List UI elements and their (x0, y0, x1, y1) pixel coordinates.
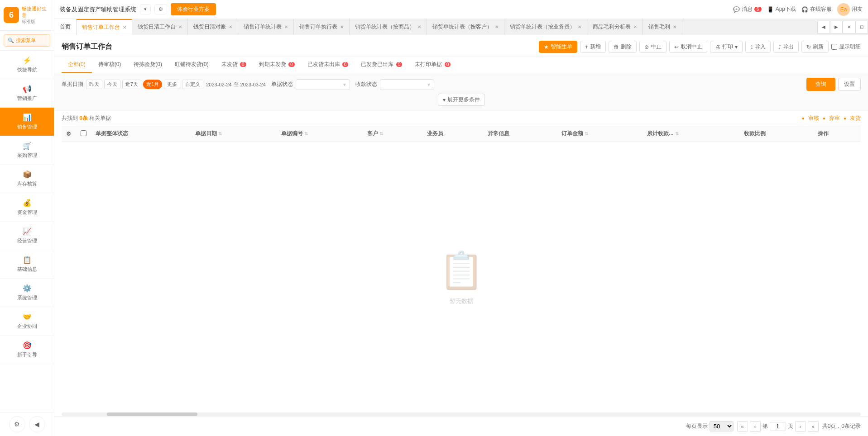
filter-tab-pending-check[interactable]: 待拣验货(0) (127, 57, 168, 73)
tab-close-icon[interactable]: ✕ (495, 24, 499, 29)
cancel-stop-button[interactable]: ↩ 取消中止 (669, 41, 707, 53)
sidebar-item-finance[interactable]: 💰 资金管理 (0, 193, 54, 222)
sidebar-item-purchase[interactable]: 🛒 采购管理 (0, 136, 54, 165)
settings-bottom-button[interactable]: ⚙ (9, 416, 25, 432)
date-today-btn[interactable]: 今天 (104, 80, 120, 89)
refresh-button[interactable]: ↻ 刷新 (801, 41, 829, 53)
query-button[interactable]: 查询 (806, 78, 835, 91)
tab-sales-profit[interactable]: 销售毛利 ✕ (643, 19, 682, 35)
tab-sales-stats[interactable]: 销售订单统计表 ✕ (238, 19, 294, 35)
app-download[interactable]: 📱 App下载 (767, 5, 796, 13)
sidebar-item-operation[interactable]: 📈 经营管理 (0, 222, 54, 250)
online-service[interactable]: 🎧 在线客服 (801, 5, 832, 13)
print-button[interactable]: 🖨 打印 ▾ (710, 41, 743, 53)
filter-tab-wangpu[interactable]: 旺铺待发货(0) (168, 57, 215, 73)
unreviewed-link[interactable]: 弃审 (829, 114, 840, 122)
date-7days-btn[interactable]: 近7天 (122, 80, 141, 89)
dropdown-button[interactable]: ▾ (140, 4, 151, 14)
tab-close-icon[interactable]: ✕ (229, 24, 232, 29)
tab-close-icon[interactable]: ✕ (284, 24, 288, 29)
sort-received-icon[interactable]: ⇅ (675, 131, 679, 136)
unshipped-badge: 0 (240, 62, 246, 67)
tab-goods-stats-product[interactable]: 销货单统计表（按商品） ✕ (350, 19, 427, 35)
payment-select[interactable]: ▾ (380, 79, 434, 90)
tab-cash-daily[interactable]: 钱货日清工作台 ✕ (132, 19, 188, 35)
filter-tab-shipped-out[interactable]: 已发货已出库 0 (355, 57, 408, 73)
unprinted-badge: 0 (445, 62, 451, 67)
export-button[interactable]: ⤴ 导出 (773, 41, 799, 53)
add-button[interactable]: + 新增 (580, 41, 606, 53)
sidebar-item-marketing[interactable]: 📢 营销推广 (0, 79, 54, 108)
tab-expand-button[interactable]: ⊡ (855, 21, 868, 33)
expand-conditions-button[interactable]: ▾ 展开更多条件 (438, 94, 485, 106)
tab-close-icon[interactable]: ✕ (578, 24, 581, 29)
date-more-btn[interactable]: 更多 (164, 80, 180, 89)
tab-close-icon[interactable]: ✕ (633, 24, 637, 29)
search-action-btns: 查询 设置 (806, 78, 861, 91)
user-profile[interactable]: Ea 用友 (837, 3, 863, 16)
smart-create-button[interactable]: ★ 智能生单 (539, 41, 577, 53)
select-all-checkbox[interactable] (81, 130, 86, 136)
tab-close-icon[interactable]: ✕ (178, 24, 182, 29)
tab-close-icon[interactable]: ✕ (123, 25, 126, 30)
page-number-input[interactable] (770, 422, 786, 431)
tab-close-all-button[interactable]: ✕ (843, 21, 855, 33)
sidebar-item-basic[interactable]: 📋 基础信息 (0, 250, 54, 279)
date-custom-btn[interactable]: 自定义 (182, 80, 203, 89)
show-detail-checkbox[interactable] (831, 44, 837, 50)
tab-next-button[interactable]: ▶ (830, 21, 843, 33)
sort-customer-icon[interactable]: ⇅ (379, 131, 383, 136)
filter-tab-all[interactable]: 全部(0) (62, 57, 92, 73)
status-select[interactable]: ▾ (296, 79, 350, 90)
sidebar-item-enterprise[interactable]: 🤝 企业协同 (0, 307, 54, 336)
setting-button[interactable]: 设置 (838, 78, 861, 91)
sort-date-icon[interactable]: ⇅ (218, 131, 222, 136)
col-operation: 操作 (813, 126, 861, 142)
message-center[interactable]: 💬 消息 6 (733, 5, 762, 13)
ship-link[interactable]: 发货 (850, 114, 861, 122)
prev-page-button[interactable]: ‹ (750, 421, 761, 432)
show-detail-toggle[interactable]: 显示明细 (831, 43, 861, 51)
tab-cash-reconcile[interactable]: 钱货日清对账 ✕ (188, 19, 238, 35)
sidebar-item-guide[interactable]: 🎯 新手引导 (0, 336, 54, 364)
tab-goods-stats-customer[interactable]: 销货单统计表（按客户） ✕ (427, 19, 504, 35)
review-link[interactable]: 审核 (808, 114, 819, 122)
sidebar-item-inventory[interactable]: 📦 库存核算 (0, 165, 54, 193)
sort-number-icon[interactable]: ⇅ (304, 131, 308, 136)
tab-sales-exec[interactable]: 销售订单执行表 ✕ (294, 19, 350, 35)
stop-button[interactable]: ⊘ 中止 (639, 41, 667, 53)
filter-tab-unshipped[interactable]: 未发货 0 (215, 57, 253, 73)
tab-margin-analysis[interactable]: 商品毛利分析表 ✕ (587, 19, 643, 35)
tab-home[interactable]: 首页 (54, 19, 77, 35)
sidebar-item-system[interactable]: ⚙️ 系统管理 (0, 279, 54, 307)
settings-button[interactable]: ⚙ (154, 4, 167, 14)
next-page-button[interactable]: › (795, 421, 806, 432)
date-yesterday-btn[interactable]: 昨天 (86, 80, 102, 89)
tab-close-icon[interactable]: ✕ (673, 24, 676, 29)
tab-prev-button[interactable]: ◀ (817, 21, 830, 33)
filter-tab-pending-review[interactable]: 待审核(0) (92, 57, 128, 73)
import-button[interactable]: ⤵ 导入 (745, 41, 771, 53)
sidebar-item-sales[interactable]: 📊 销售管理 (0, 108, 54, 136)
search-menu-button[interactable]: 🔍 搜索菜单 (4, 34, 50, 47)
col-checkbox[interactable] (76, 126, 91, 142)
scroll-thumb[interactable] (107, 412, 197, 416)
sort-amount-icon[interactable]: ⇅ (585, 131, 588, 136)
horizontal-scrollbar[interactable] (62, 412, 861, 416)
filter-tab-overdue[interactable]: 到期未发货 0 (253, 57, 301, 73)
col-settings[interactable]: ⚙ (62, 126, 76, 142)
tab-sales-workbench[interactable]: 销售订单工作台 ✕ (77, 19, 132, 35)
collapse-button[interactable]: ◀ (29, 416, 45, 432)
filter-tab-shipped-not-out[interactable]: 已发货未出库 0 (301, 57, 355, 73)
sidebar-item-quick-nav[interactable]: ⚡ 快捷导航 (0, 51, 54, 79)
tab-goods-stats-staff[interactable]: 销货单统计表（按业务员） ✕ (504, 19, 587, 35)
first-page-button[interactable]: « (737, 421, 748, 432)
page-size-select[interactable]: 20 50 100 (710, 421, 734, 431)
date-1month-btn[interactable]: 近1月 (143, 80, 162, 89)
tab-close-icon[interactable]: ✕ (340, 24, 344, 29)
delete-button[interactable]: 🗑 删除 (609, 41, 637, 53)
industry-solution-button[interactable]: 体验行业方案 (171, 3, 216, 15)
last-page-button[interactable]: » (808, 421, 819, 432)
filter-tab-unprinted[interactable]: 未打印单据 0 (408, 57, 457, 73)
tab-close-icon[interactable]: ✕ (417, 24, 421, 29)
